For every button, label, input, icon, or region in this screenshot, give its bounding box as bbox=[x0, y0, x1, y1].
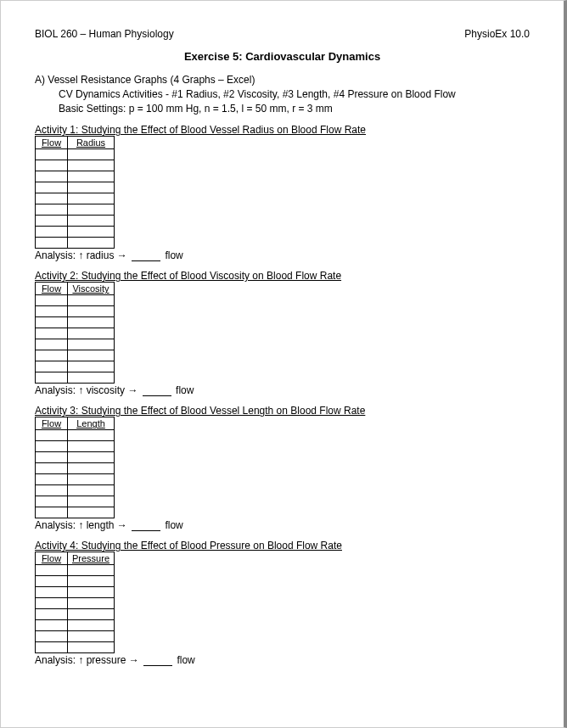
cell-variable bbox=[68, 361, 115, 372]
cell-flow bbox=[36, 295, 68, 306]
blank-fill-line bbox=[132, 260, 160, 261]
analysis-line: Analysis: viscosity flow bbox=[35, 384, 530, 396]
cell-flow bbox=[36, 182, 68, 193]
table-row bbox=[36, 295, 115, 306]
cell-variable bbox=[68, 182, 115, 193]
cell-variable bbox=[68, 227, 115, 238]
cell-flow bbox=[36, 507, 68, 518]
cell-variable bbox=[68, 507, 115, 518]
header-left: BIOL 260 – Human Physiology bbox=[35, 28, 174, 40]
table-row bbox=[36, 182, 115, 193]
activities-container: Activity 1: Studying the Effect of Blood… bbox=[35, 124, 530, 666]
table-row bbox=[36, 339, 115, 350]
cell-variable bbox=[68, 441, 115, 452]
table-header-variable: Length bbox=[68, 417, 115, 430]
cell-variable bbox=[68, 463, 115, 474]
analysis-variable: pressure bbox=[83, 654, 128, 666]
table-row bbox=[36, 598, 115, 609]
cell-flow bbox=[36, 631, 68, 642]
cell-variable bbox=[68, 317, 115, 328]
cell-variable bbox=[68, 171, 115, 182]
table-row bbox=[36, 441, 115, 452]
cell-variable bbox=[68, 328, 115, 339]
arrow-right-icon bbox=[127, 384, 138, 396]
cell-variable bbox=[68, 295, 115, 306]
intro-line-b: CV Dynamics Activities - #1 Radius, #2 V… bbox=[35, 87, 530, 102]
cell-variable bbox=[68, 452, 115, 463]
analysis-line: Analysis: radius flow bbox=[35, 249, 530, 261]
cell-variable bbox=[68, 372, 115, 384]
table-row bbox=[36, 452, 115, 463]
cell-flow bbox=[36, 317, 68, 328]
table-row bbox=[36, 474, 115, 485]
cell-variable bbox=[68, 339, 115, 350]
cell-variable bbox=[68, 204, 115, 216]
table-row bbox=[36, 149, 115, 160]
arrow-right-icon bbox=[117, 249, 127, 261]
table-row bbox=[36, 216, 115, 227]
activity-block: Activity 1: Studying the Effect of Blood… bbox=[35, 124, 530, 261]
analysis-prefix: Analysis: bbox=[35, 654, 78, 666]
analysis-suffix: flow bbox=[173, 384, 194, 396]
table-row bbox=[36, 463, 115, 474]
cell-flow bbox=[36, 474, 68, 485]
cell-variable bbox=[68, 485, 115, 496]
analysis-suffix: flow bbox=[162, 519, 183, 531]
table-row bbox=[36, 361, 115, 372]
activity-title: Activity 3: Studying the Effect of Blood… bbox=[35, 405, 530, 417]
cell-variable bbox=[68, 350, 115, 361]
table-row bbox=[36, 350, 115, 361]
table-row bbox=[36, 576, 115, 587]
cell-variable bbox=[68, 565, 115, 576]
cell-variable bbox=[68, 149, 115, 160]
cell-flow bbox=[36, 576, 68, 587]
cell-flow bbox=[36, 204, 68, 216]
cell-flow bbox=[36, 149, 68, 160]
cell-variable bbox=[68, 620, 115, 631]
cell-variable bbox=[68, 631, 115, 642]
table-row bbox=[36, 631, 115, 642]
table-row bbox=[36, 317, 115, 328]
cell-flow bbox=[36, 452, 68, 463]
cell-flow bbox=[36, 430, 68, 441]
cell-flow bbox=[36, 587, 68, 598]
cell-flow bbox=[36, 160, 68, 171]
table-row bbox=[36, 328, 115, 339]
cell-flow bbox=[36, 339, 68, 350]
table-row bbox=[36, 496, 115, 507]
table-row bbox=[36, 306, 115, 317]
cell-flow bbox=[36, 193, 68, 204]
cell-variable bbox=[68, 496, 115, 507]
cell-variable bbox=[68, 216, 115, 227]
cell-flow bbox=[36, 361, 68, 372]
cell-variable bbox=[68, 306, 115, 317]
cell-flow bbox=[36, 496, 68, 507]
data-table: FlowLength bbox=[35, 417, 115, 518]
activity-title: Activity 1: Studying the Effect of Blood… bbox=[35, 124, 530, 136]
table-header-flow: Flow bbox=[36, 417, 68, 430]
cell-variable bbox=[68, 587, 115, 598]
table-row bbox=[36, 587, 115, 598]
table-header-variable: Radius bbox=[68, 137, 115, 149]
cell-variable bbox=[68, 160, 115, 171]
analysis-line: Analysis: length flow bbox=[35, 519, 530, 531]
intro-line-a: A) Vessel Resistance Graphs (4 Graphs – … bbox=[35, 74, 255, 86]
cell-flow bbox=[36, 350, 68, 361]
exercise-title: Exercise 5: Cardiovascular Dynamics bbox=[35, 50, 530, 63]
blank-fill-line bbox=[132, 530, 160, 531]
cell-flow bbox=[36, 306, 68, 317]
blank-fill-line bbox=[143, 395, 171, 396]
arrow-right-icon bbox=[117, 519, 127, 531]
analysis-prefix: Analysis: bbox=[35, 519, 78, 531]
cell-flow bbox=[36, 598, 68, 609]
table-row bbox=[36, 620, 115, 631]
analysis-suffix: flow bbox=[162, 249, 183, 261]
table-header-flow: Flow bbox=[36, 552, 68, 565]
cell-flow bbox=[36, 620, 68, 631]
table-row bbox=[36, 609, 115, 620]
cell-variable bbox=[68, 238, 115, 249]
analysis-variable: radius bbox=[83, 249, 116, 261]
table-row bbox=[36, 372, 115, 384]
analysis-variable: viscosity bbox=[83, 384, 127, 396]
cell-variable bbox=[68, 598, 115, 609]
